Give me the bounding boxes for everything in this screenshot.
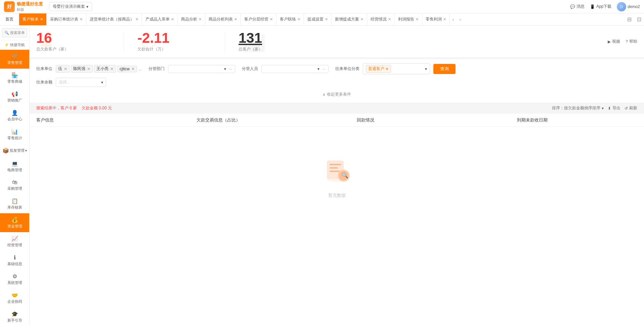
tab-finished-goods-label: 产成品入库单 — [145, 16, 170, 22]
message-btn[interactable]: 💬 消息 — [570, 4, 585, 9]
sidebar-item-ecommerce[interactable]: 💻 电商管理 — [0, 157, 29, 176]
retail-mgmt-label: 零售管理 — [7, 60, 22, 65]
filter-tag-cjttcw-close[interactable]: ✕ — [131, 67, 135, 71]
sidebar-item-enterprise-collab[interactable]: 🤝 企业协同 — [0, 289, 29, 308]
export-btn[interactable]: ⬇ 导出 — [608, 105, 620, 111]
filter-tag-chen-close[interactable]: ✕ — [87, 67, 90, 71]
tab-commission-settings[interactable]: 提成设置 ✕ — [304, 13, 332, 26]
unit-category-select-arrow: ▾ — [425, 67, 427, 71]
balance-select[interactable]: 选择... ▾ — [56, 78, 106, 87]
tab-purchase-stats-label: 采购订单统计表 — [50, 16, 78, 22]
unit-category-tag-close[interactable]: ✕ — [385, 67, 389, 71]
sort-btn[interactable]: 排序：按欠款金额倒序排序 ▾ — [552, 105, 604, 111]
tab-add-commission-label: 新增提成方案 — [335, 16, 359, 22]
department-select[interactable]: ▾ ··· — [168, 65, 235, 73]
tab-customer-contact-close[interactable]: ✕ — [297, 17, 300, 22]
sidebar-item-basic-info[interactable]: ℹ 基础信息 — [0, 251, 29, 270]
tab-customer-tier-close[interactable]: ✕ — [270, 17, 273, 22]
tab-profit-report-close[interactable]: ✕ — [416, 17, 419, 22]
sidebar-item-retail-mgmt[interactable]: 🛒 零售管理 — [0, 50, 29, 69]
video-btn[interactable]: ▶ 视频 — [608, 39, 620, 44]
tab-add-commission[interactable]: 新增提成方案 ✕ — [332, 13, 367, 26]
stat-total-customers2-label: 总客户（家） — [239, 46, 263, 52]
tab-finished-goods[interactable]: 产成品入库单 ✕ — [142, 13, 178, 26]
query-btn[interactable]: 查询 — [433, 64, 456, 74]
tab-purchase-stats-close[interactable]: ✕ — [80, 17, 83, 22]
sidebar-item-retail-stats[interactable]: 📊 零售统计 — [0, 125, 29, 144]
tab-purchase-stats[interactable]: 采购订单统计表 ✕ — [47, 13, 86, 26]
tab-add-commission-close[interactable]: ✕ — [360, 17, 363, 22]
tab-home[interactable]: 首页 — [0, 13, 19, 26]
purchase-icon: 🛍 — [12, 179, 17, 185]
stat-total-customers2-value: 131 — [239, 31, 263, 45]
new-guide-label: 新手引导 — [7, 318, 22, 323]
store-selector-arrow: ▾ — [86, 4, 88, 9]
filter-tag-wu-label: 伍 — [58, 66, 62, 72]
sidebar-item-operations[interactable]: 📈 经营管理 — [0, 232, 29, 251]
tab-business-status-close[interactable]: ✕ — [388, 17, 391, 22]
search-menu-btn[interactable]: 🔍 搜索菜单 — [2, 28, 27, 37]
sidebar-item-wholesale-mgmt[interactable]: 📦 批发管理 ▾ — [0, 144, 29, 157]
tab-retail-profit-close[interactable]: ✕ — [443, 17, 446, 22]
refresh-btn[interactable]: ↺ 刷新 — [625, 105, 637, 111]
finance-icon: 💰 — [11, 217, 18, 223]
help-btn[interactable]: ? 帮助 — [626, 39, 637, 44]
results-actions: 排序：按欠款金额倒序排序 ▾ ⬇ 导出 ↺ 刷新 — [552, 105, 637, 111]
tab-customer-tier[interactable]: 客户分层经营 ✕ — [241, 13, 276, 26]
person-more-btn[interactable]: ··· — [322, 67, 326, 71]
app-download-btn[interactable]: 📱 App下载 — [590, 4, 611, 9]
balance-filter-label: 往来余额 — [36, 79, 52, 85]
filter-tag-wang-label: 王小亮 — [96, 66, 109, 72]
tab-business-status[interactable]: 经营情况 ✕ — [367, 13, 395, 26]
tab-purchase-by-product[interactable]: 进货单统计表（按商品） ✕ — [86, 13, 142, 26]
sidebar-item-finance[interactable]: 💰 资金管理 — [0, 213, 29, 232]
store-selector[interactable]: 母婴行业演示账套 ▾ — [49, 2, 92, 11]
sidebar-item-member-center[interactable]: 👤 会员中心 — [0, 106, 29, 125]
quick-nav-btn[interactable]: ⚡ 快捷导航 — [0, 40, 29, 50]
sidebar-item-inventory[interactable]: 📋 库存核算 — [0, 194, 29, 213]
basic-info-label: 基础信息 — [7, 261, 22, 266]
tab-minimize-btn[interactable]: ⊟ — [625, 16, 634, 23]
sidebar-item-new-guide[interactable]: 🎓 新手引导 — [0, 308, 29, 325]
tab-customer-ledger-close[interactable]: ✕ — [40, 17, 43, 22]
collapse-btn[interactable]: ∧ 收起更多条件 — [36, 90, 637, 99]
inventory-label: 库存核算 — [7, 205, 22, 210]
stat-total-customers-label: 总欠款客户（家） — [36, 46, 69, 52]
filter-tag-wu-close[interactable]: ✕ — [64, 67, 67, 71]
logo-text-area: 畅捷通好生意 标版 — [17, 1, 43, 12]
sidebar-item-marketing[interactable]: 📢 营销推广 — [0, 87, 29, 106]
tab-more-btn[interactable]: ‹ — [450, 17, 457, 22]
stats-bar-actions: ▶ 视频 ? 帮助 — [608, 39, 637, 44]
department-more-btn[interactable]: ··· — [229, 67, 232, 71]
filter-tag-wang-close[interactable]: ✕ — [110, 67, 114, 71]
balance-select-arrow: ▾ — [101, 80, 103, 85]
results-count: 0 — [70, 106, 72, 110]
filter-more-btn[interactable]: ... — [138, 67, 142, 71]
tab-purchase-by-product-close[interactable]: ✕ — [135, 17, 138, 22]
purchase-label: 采购管理 — [7, 186, 22, 191]
sidebar-item-purchase[interactable]: 🛍 采购管理 — [0, 176, 29, 194]
tab-expand-btn[interactable]: ⊡ — [634, 16, 644, 23]
tab-profit-report[interactable]: 利润报告 ✕ — [395, 13, 422, 26]
tab-retail-profit[interactable]: 零售利润 ✕ — [422, 13, 450, 26]
tab-product-analysis-list-close[interactable]: ✕ — [234, 17, 237, 22]
sidebar-item-system[interactable]: ⚙ 系统管理 — [0, 270, 29, 289]
export-label: 导出 — [612, 105, 620, 111]
stat-total-customers-value: 16 — [36, 31, 69, 45]
sidebar-item-retail-shop[interactable]: 🏪 零售商城 — [0, 69, 29, 87]
ecommerce-label: 电商管理 — [7, 168, 22, 173]
wholesale-mgmt-arrow: ▾ — [25, 149, 27, 152]
tab-product-analysis-list[interactable]: 商品分析列表 ✕ — [205, 13, 241, 26]
tab-commission-settings-close[interactable]: ✕ — [325, 17, 328, 22]
tab-product-analysis-close[interactable]: ✕ — [199, 17, 202, 22]
tab-product-analysis[interactable]: 商品分析 ✕ — [178, 13, 205, 26]
user-menu[interactable]: D demo2 — [617, 2, 640, 11]
tab-purchase-by-product-label: 进货单统计表（按商品） — [90, 16, 134, 22]
unit-category-select[interactable]: 普通客户 ✕ ▾ — [363, 63, 430, 74]
tab-forward-btn[interactable]: › — [457, 17, 463, 22]
tab-finished-goods-close[interactable]: ✕ — [171, 17, 174, 22]
tab-customer-ledger[interactable]: 客户账本 ✕ — [19, 13, 47, 26]
stat-total-customers: ¥ 16 总欠款客户（家） — [36, 31, 124, 52]
person-select[interactable]: ▾ ··· — [261, 65, 329, 73]
tab-customer-contact[interactable]: 客户联络 ✕ — [276, 13, 304, 26]
